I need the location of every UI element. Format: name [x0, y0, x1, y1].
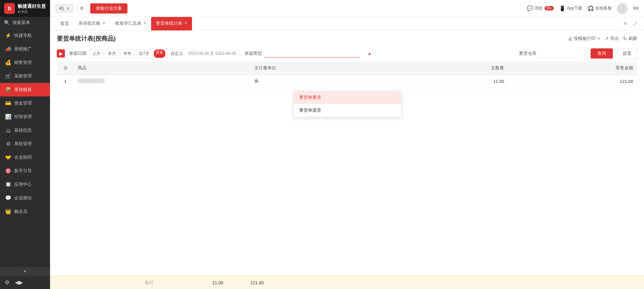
date-filter-group: 单据日期 上月 本月 本年 近7天 更多 自定义 2023-05-06 至 20… — [69, 49, 236, 58]
online-service-button[interactable]: 🎧 在线客服 — [588, 5, 612, 12]
main-area: 41 ▼ ⚙ 体验行业方案 💬 消息 99+ 📱 App下载 🎧 在线客服 — [50, 0, 644, 289]
quick-icon: ⚡ — [5, 32, 11, 39]
col-quantity: 主数量 — [401, 62, 508, 75]
try-industry-button[interactable]: 体验行业方案 — [90, 3, 127, 14]
basic-icon: 🗂 — [5, 128, 11, 133]
sidebar-item-quick[interactable]: ⚡ 快捷导航 — [0, 29, 50, 42]
last-month-button[interactable]: 上月 — [89, 49, 103, 58]
row-index: 1 — [57, 75, 74, 88]
filter-expand-button[interactable]: ▶ — [57, 49, 65, 58]
tab-close-icon[interactable]: ✕ — [102, 21, 105, 25]
brand-sub: 标准版 — [18, 9, 46, 14]
sidebar-item-system[interactable]: ⚙ 系统管理 — [0, 137, 50, 151]
column-settings-icon[interactable]: ⚙ — [63, 65, 68, 71]
store-selector[interactable]: 41 ▼ — [55, 4, 73, 13]
type-dropdown: 要货单要货 要货单退货 — [293, 91, 402, 117]
sidebar-item-basic[interactable]: 🗂 基础信息 — [0, 124, 50, 137]
sidebar-item-label: 快捷导航 — [14, 32, 32, 39]
topbar-left: 41 ▼ ⚙ 体验行业方案 — [55, 3, 127, 14]
messages-badge: 99+ — [545, 6, 554, 10]
sales-icon: 💰 — [5, 60, 11, 66]
sidebar-item-member[interactable]: 👑 畅会员 — [0, 205, 50, 218]
sidebar-logo: b 畅捷通好生意 标准版 — [0, 0, 50, 17]
print-button[interactable]: 🖨 按模板打印 ▼ — [568, 36, 601, 42]
export-icon: ↗ — [605, 36, 609, 41]
this-month-button[interactable]: 本月 — [105, 49, 119, 58]
tab-home[interactable]: 首页 — [55, 21, 74, 27]
headset-icon: 🎧 — [588, 5, 594, 12]
sidebar-item-label: 采购管理 — [14, 73, 32, 79]
sidebar-item-label: 系统管理 — [14, 141, 32, 147]
last-7-days-button[interactable]: 近7天 — [136, 49, 152, 58]
close-all-tabs-icon[interactable]: ✕ — [622, 19, 629, 28]
footer-amount: 121.00 — [251, 280, 264, 285]
sidebar-item-label: 新手引导 — [14, 168, 32, 174]
tab-requisition[interactable]: 要货单统计表 ✕ — [151, 17, 192, 30]
product-name-blur — [78, 79, 105, 83]
coop-icon: 🤝 — [5, 154, 11, 160]
sidebar-item-wechat[interactable]: 💬 企业微信 — [0, 191, 50, 205]
expand-icon[interactable]: ⤢ — [631, 19, 639, 28]
col-unit: 主计量单位 — [250, 62, 401, 75]
page-header: 要货单统计表(按商品) 🖨 按模板打印 ▼ ↗ 导出 ↻ 刷新 — [50, 30, 644, 45]
tabs-end-actions: ✕ ⤢ — [622, 19, 639, 28]
refresh-button[interactable]: ↻ 刷新 — [623, 36, 637, 42]
row-product — [74, 75, 250, 88]
app-download-button[interactable]: 📱 App下载 — [559, 5, 582, 12]
topbar-right: 💬 消息 99+ 📱 App下载 🎧 在线客服 Rit — [527, 3, 639, 14]
inventory-icon: 📦 — [5, 87, 11, 93]
avatar[interactable] — [617, 3, 628, 14]
footer-label: 合计 — [145, 280, 212, 286]
topbar-settings-button[interactable]: ⚙ — [77, 3, 87, 14]
sidebar-item-label: 营销推广 — [14, 46, 32, 52]
table-header-row: ⚙ 商品 主计量单位 主数量 零售金额 — [57, 62, 637, 75]
more-dates-badge[interactable]: 更多 — [154, 49, 165, 58]
sidebar-item-inventory[interactable]: 📦 库存核算 — [0, 83, 50, 96]
type-label: 单据类型 — [244, 50, 262, 57]
warehouse-input[interactable] — [539, 49, 580, 58]
sidebar-item-sales[interactable]: 💰 销售管理 — [0, 56, 50, 69]
this-year-button[interactable]: 本年 — [120, 49, 135, 58]
dropdown-item-return[interactable]: 要货单退货 — [294, 104, 401, 117]
row-amount: 121.00 — [508, 75, 637, 88]
gear-icon: ⚙ — [80, 6, 84, 11]
sidebar-item-marketing[interactable]: 📣 营销推广 — [0, 42, 50, 56]
sidebar-item-label: 企业微信 — [14, 195, 32, 201]
sidebar-item-label: 销售管理 — [14, 60, 32, 66]
export-button[interactable]: ↗ 导出 — [605, 36, 619, 42]
sidebar-item-purchase[interactable]: 🛒 采购管理 — [0, 69, 50, 83]
toggle-sidebar-icon[interactable]: ◀▶ — [15, 279, 23, 286]
messages-button[interactable]: 💬 消息 99+ — [527, 5, 554, 12]
member-icon: 👑 — [5, 208, 11, 215]
sidebar-item-appstore[interactable]: 🔲 应用中心 — [0, 178, 50, 191]
topbar: 41 ▼ ⚙ 体验行业方案 💬 消息 99+ 📱 App下载 🎧 在线客服 — [50, 0, 644, 17]
caret-up-icon[interactable]: ▲ — [367, 51, 372, 56]
sidebar-item-coop[interactable]: 🤝 企业协同 — [0, 151, 50, 164]
query-button[interactable]: 查询 — [591, 48, 613, 59]
type-filter-group: 单据类型 ▲ — [244, 49, 515, 58]
tab-summary[interactable]: 收发存汇总表 ✕ — [110, 17, 151, 30]
sidebar-item-finance[interactable]: 💳 资金管理 — [0, 96, 50, 110]
tab-close-icon[interactable]: ✕ — [143, 21, 146, 25]
tab-batch[interactable]: 库存批次账 ✕ — [74, 17, 110, 30]
sidebar-item-guide[interactable]: 🎯 新手引导 — [0, 164, 50, 178]
settings-button[interactable]: 设置 — [617, 48, 637, 59]
operations-icon: 📊 — [5, 114, 11, 120]
warehouse-more-icon[interactable]: ··· — [582, 51, 587, 56]
system-icon: ⚙ — [5, 141, 11, 147]
message-icon: 💬 — [527, 5, 533, 12]
sidebar-item-label: 畅会员 — [14, 208, 27, 215]
custom-date-button[interactable]: 自定义 — [168, 50, 186, 58]
tab-close-icon[interactable]: ✕ — [184, 21, 187, 25]
sidebar-search[interactable]: 🔍 搜索菜单 — [0, 17, 50, 29]
settings-icon[interactable]: ⚙ — [5, 279, 9, 286]
user-name: Rit — [633, 6, 639, 11]
type-input[interactable] — [265, 49, 359, 58]
filter-divider — [240, 50, 240, 57]
sidebar-scroll-down[interactable]: ▼ — [0, 267, 50, 275]
sidebar-item-operations[interactable]: 📊 经营管理 — [0, 110, 50, 124]
page-actions: 🖨 按模板打印 ▼ ↗ 导出 ↻ 刷新 — [568, 36, 637, 42]
phone-icon: 📱 — [559, 5, 566, 12]
sidebar-item-label: 库存核算 — [14, 87, 32, 93]
dropdown-item-requisition[interactable]: 要货单要货 — [294, 91, 401, 104]
